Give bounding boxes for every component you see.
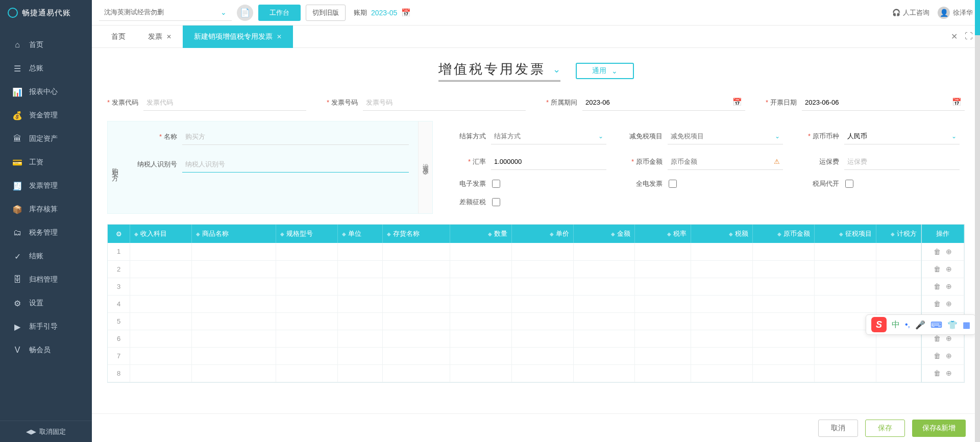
nav-item-8[interactable]: 🗂税务管理 bbox=[0, 221, 92, 244]
tab-1[interactable]: 发票✕ bbox=[137, 26, 183, 48]
buyer-settings[interactable]: 设置项 ⚙ bbox=[418, 121, 432, 213]
add-row-icon[interactable]: ⊕ bbox=[946, 282, 952, 290]
reduce-select[interactable]: ⌄ bbox=[668, 128, 783, 144]
col-9[interactable]: ◆税额 bbox=[691, 225, 753, 243]
table-row[interactable]: 4 bbox=[108, 295, 921, 312]
col-11[interactable]: ◆征税项目 bbox=[815, 225, 876, 243]
table-row[interactable]: 5 bbox=[108, 312, 921, 330]
table-row[interactable]: 7 bbox=[108, 347, 921, 364]
close-icon[interactable]: ✕ bbox=[166, 33, 172, 40]
nav-item-5[interactable]: 💳工资 bbox=[0, 151, 92, 174]
col-5[interactable]: ◆数量 bbox=[450, 225, 511, 243]
mode-select[interactable]: 通用 ⌄ bbox=[576, 63, 634, 79]
nav-item-13[interactable]: V畅会员 bbox=[0, 338, 92, 362]
col-0[interactable]: ◆收入科目 bbox=[130, 225, 192, 243]
table-row[interactable]: 1 bbox=[108, 243, 921, 260]
add-row-icon[interactable]: ⊕ bbox=[946, 248, 952, 256]
einvoice-checkbox[interactable] bbox=[492, 180, 500, 188]
company-select[interactable]: 沈海英测试经营勿删 ⌄ bbox=[99, 5, 232, 21]
period-value[interactable]: 2023-05 bbox=[371, 9, 397, 17]
delete-row-icon[interactable]: 🗑 bbox=[934, 352, 941, 360]
delete-row-icon[interactable]: 🗑 bbox=[934, 265, 941, 273]
delete-row-icon[interactable]: 🗑 bbox=[934, 300, 941, 308]
col-10[interactable]: ◆原币金额 bbox=[753, 225, 815, 243]
buyer-name-input[interactable] bbox=[182, 129, 409, 145]
table-row[interactable]: 3 bbox=[108, 278, 921, 295]
save-new-button[interactable]: 保存&新增 bbox=[912, 420, 966, 437]
sidebar-unpin[interactable]: ◀▶ 取消固定 bbox=[0, 421, 92, 442]
calendar-icon[interactable]: 📅 bbox=[729, 97, 745, 107]
table-row[interactable]: 6 bbox=[108, 330, 921, 347]
col-1[interactable]: ◆商品名称 bbox=[192, 225, 276, 243]
nav-item-9[interactable]: ✓结账 bbox=[0, 244, 92, 268]
nav-item-3[interactable]: 💰资金管理 bbox=[0, 104, 92, 127]
ime-voice-icon[interactable]: 🎤 bbox=[915, 320, 925, 330]
fullscreen-icon[interactable]: ⛶ bbox=[965, 32, 973, 41]
add-row-icon[interactable]: ⊕ bbox=[946, 369, 952, 377]
nav-item-4[interactable]: 🏛固定资产 bbox=[0, 127, 92, 151]
add-row-icon[interactable]: ⊕ bbox=[946, 352, 952, 360]
settle-select[interactable]: ⌄ bbox=[491, 128, 606, 144]
currency-select[interactable]: ⌄ bbox=[844, 128, 960, 144]
nav-item-6[interactable]: 🧾发票管理 bbox=[0, 174, 92, 198]
nav-item-10[interactable]: 🗄归档管理 bbox=[0, 268, 92, 291]
diff-tax-checkbox[interactable] bbox=[492, 198, 500, 206]
chevron-down-icon: ⌄ bbox=[611, 67, 618, 75]
col-7[interactable]: ◆金额 bbox=[573, 225, 635, 243]
close-all-icon[interactable]: ✕ bbox=[951, 32, 958, 41]
delete-row-icon[interactable]: 🗑 bbox=[934, 282, 941, 290]
col-3[interactable]: ◆单位 bbox=[338, 225, 383, 243]
ime-toolbar[interactable]: S 中 •, 🎤 ⌨ 👕 ▦ bbox=[866, 314, 976, 335]
nav-item-1[interactable]: ☰总账 bbox=[0, 57, 92, 80]
invoice-code-input[interactable] bbox=[143, 94, 306, 111]
workbench-button[interactable]: 工作台 bbox=[258, 5, 301, 21]
delete-row-icon[interactable]: 🗑 bbox=[934, 248, 941, 256]
period-input[interactable] bbox=[582, 94, 729, 110]
nav-item-2[interactable]: 📊报表中心 bbox=[0, 80, 92, 104]
ime-lang[interactable]: 中 bbox=[892, 320, 900, 330]
user-menu[interactable]: 👤 徐泽华 bbox=[938, 7, 973, 19]
cancel-button[interactable]: 取消 bbox=[818, 420, 858, 437]
ime-keyboard-icon[interactable]: ⌨ bbox=[930, 320, 942, 330]
ime-punct-icon[interactable]: •, bbox=[905, 320, 910, 329]
col-4[interactable]: ◆存货名称 bbox=[382, 225, 450, 243]
consult-button[interactable]: 🎧 人工咨询 bbox=[892, 8, 929, 17]
tab-2[interactable]: 新建销项增值税专用发票✕ bbox=[183, 26, 293, 48]
ime-skin-icon[interactable]: 👕 bbox=[947, 320, 958, 330]
delete-row-icon[interactable]: 🗑 bbox=[934, 334, 941, 342]
nav-item-11[interactable]: ⚙设置 bbox=[0, 291, 92, 315]
table-row[interactable]: 8 bbox=[108, 364, 921, 382]
calendar-icon[interactable]: 📅 bbox=[401, 8, 411, 17]
doc-button[interactable]: 📄 bbox=[237, 5, 253, 21]
nav-item-12[interactable]: ▶新手引导 bbox=[0, 315, 92, 338]
save-button[interactable]: 保存 bbox=[865, 420, 905, 437]
full-invoice-checkbox[interactable] bbox=[669, 180, 677, 188]
switch-old-button[interactable]: 切到旧版 bbox=[306, 5, 346, 21]
invoice-type-dropdown-icon[interactable]: ⌄ bbox=[553, 64, 560, 75]
col-2[interactable]: ◆规格型号 bbox=[276, 225, 338, 243]
buyer-taxid-input[interactable] bbox=[182, 156, 409, 173]
calendar-icon[interactable]: 📅 bbox=[949, 97, 965, 107]
delete-row-icon[interactable]: 🗑 bbox=[934, 369, 941, 377]
invoice-no-input[interactable] bbox=[363, 94, 526, 111]
add-row-icon[interactable]: ⊕ bbox=[946, 300, 952, 308]
add-row-icon[interactable]: ⊕ bbox=[946, 334, 952, 342]
gear-column[interactable]: ⚙ bbox=[108, 225, 130, 243]
scrollbar[interactable] bbox=[975, 0, 980, 442]
freight-input[interactable] bbox=[844, 154, 960, 170]
agency-checkbox[interactable] bbox=[845, 180, 853, 188]
orig-amount-input[interactable]: ⚠ bbox=[668, 154, 783, 170]
col-8[interactable]: ◆税率 bbox=[635, 225, 691, 243]
nav-item-7[interactable]: 📦库存核算 bbox=[0, 198, 92, 221]
nav-item-0[interactable]: ⌂首页 bbox=[0, 33, 92, 57]
chevron-down-icon: ⌄ bbox=[595, 133, 606, 140]
table-row[interactable]: 2 bbox=[108, 260, 921, 278]
col-12[interactable]: ◆计税方 bbox=[876, 225, 921, 243]
rate-input[interactable] bbox=[491, 154, 606, 170]
date-input[interactable] bbox=[802, 94, 949, 110]
col-6[interactable]: ◆单价 bbox=[511, 225, 573, 243]
ime-grid-icon[interactable]: ▦ bbox=[963, 320, 970, 330]
add-row-icon[interactable]: ⊕ bbox=[946, 265, 952, 273]
close-icon[interactable]: ✕ bbox=[277, 33, 282, 40]
tab-0[interactable]: 首页 bbox=[100, 26, 137, 48]
